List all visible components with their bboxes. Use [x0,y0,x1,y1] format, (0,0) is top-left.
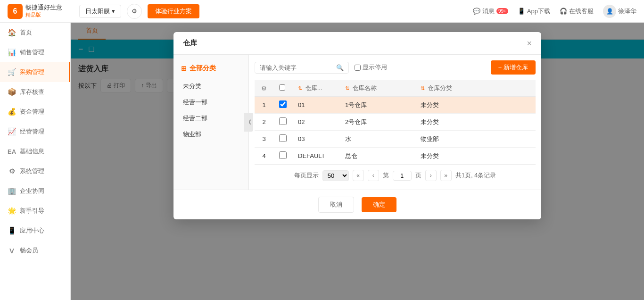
modal-footer: 取消 确定 [173,190,541,219]
sidebar-item-purchase[interactable]: 🛒 采购管理 [0,62,70,82]
row-code: 02 [292,114,339,131]
warehouse-data-table: ⚙ ⇅ 仓库... [255,80,536,165]
sidebar-item-enterprise[interactable]: 🏢 企业协同 [0,181,70,201]
trending-icon: 📈 [8,127,16,136]
row-category: 未分类 [415,148,536,165]
sidebar-label-home: 首页 [20,28,32,37]
modal-close-button[interactable]: × [527,39,532,48]
app-logo-icon: 6 [8,4,23,19]
search-input[interactable] [260,64,333,71]
sidebar-item-guide[interactable]: 🌟 新手引导 [0,201,70,221]
row-code: 03 [292,131,339,148]
add-warehouse-button[interactable]: + 新增仓库 [491,60,536,75]
row-select-checkbox[interactable] [279,151,287,159]
messages-item[interactable]: 💬 消息 99+ [473,7,508,16]
sidebar-item-finance[interactable]: 💰 资金管理 [0,102,70,122]
sidebar-item-appcenter[interactable]: 📱 应用中心 [0,221,70,241]
store-selector[interactable]: 日太阳膜 ▾ [79,5,121,18]
modal-header: 仓库 × [173,32,541,55]
sidebar-item-vip[interactable]: V 畅会员 [0,241,70,260]
avatar-icon: 👤 [603,5,616,18]
sidebar-item-operations[interactable]: 📈 经营管理 [0,122,70,142]
last-page-button[interactable]: » [440,170,452,181]
row-checkbox-cell[interactable] [273,97,292,114]
prev-page-button[interactable]: ‹ [368,170,379,181]
settings-icon[interactable]: ⚙ [127,4,142,19]
sidebar-item-home[interactable]: 🏠 首页 [0,23,70,42]
sort-icon-name: ⇅ [345,85,349,91]
username-label: 徐泽华 [618,7,636,16]
row-checkbox-cell[interactable] [273,148,292,165]
logo-area: 6 畅捷通好生意 精品版 [8,4,74,19]
show-disabled-label[interactable]: 显示停用 [355,63,387,72]
message-icon: 💬 [473,8,480,15]
clipboard-icon: EA [8,147,16,156]
select-all-checkbox[interactable] [279,84,285,91]
first-page-button[interactable]: « [353,170,364,181]
sidebar-collapse-button[interactable]: 《 [244,113,253,132]
col-category-header[interactable]: ⇅ 仓库分类 [415,80,536,97]
row-category: 未分类 [415,114,536,131]
appcenter-icon: 📱 [8,226,16,235]
sidebar-label-appcenter: 应用中心 [20,226,44,235]
search-box[interactable]: 🔍 [255,62,349,74]
page-unit: 页 [415,171,421,180]
row-select-checkbox[interactable] [279,117,287,125]
sidebar-label-inventory: 库存核查 [20,88,44,96]
warehouse-modal: 仓库 × ⊞ 全部分类 未分类 经营 [173,32,541,219]
row-category: 未分类 [415,97,536,114]
headset-icon: 🎧 [560,8,567,15]
money-icon: 💰 [8,108,16,116]
sidebar-label-operations: 经营管理 [20,127,44,136]
sidebar-item-system[interactable]: ⚙ 系统管理 [0,161,70,181]
table-row: 4 DEFAULT 总仓 未分类 [255,148,536,165]
row-select-checkbox[interactable] [279,100,287,108]
row-code: 01 [292,97,339,114]
row-checkbox-cell[interactable] [273,131,292,148]
col-name-header[interactable]: ⇅ 仓库名称 [339,80,415,97]
table-row: 2 02 2号仓库 未分类 [255,114,536,131]
confirm-button[interactable]: 确定 [362,197,396,212]
row-select-checkbox[interactable] [279,134,287,142]
modal-overlay: 仓库 × ⊞ 全部分类 未分类 经营 [71,23,644,300]
next-page-button[interactable]: › [425,170,437,181]
table-row: 1 01 1号仓库 未分类 [255,97,536,114]
search-icon: 🔍 [336,64,344,71]
page-number-input[interactable] [393,171,412,181]
col-code-header[interactable]: ⇅ 仓库... [292,80,339,97]
sidebar-label-sales: 销售管理 [20,48,44,57]
enterprise-icon: 🏢 [8,187,16,195]
show-disabled-checkbox[interactable] [355,65,361,71]
header-right: 💬 消息 99+ 📱 App下载 🎧 在线客服 👤 徐泽华 [473,5,636,18]
online-service-item[interactable]: 🎧 在线客服 [560,7,594,16]
guide-icon: 🌟 [8,207,16,215]
sidebar-item-inventory[interactable]: 📦 库存核查 [0,82,70,102]
modal-sidebar-dept1[interactable]: 经营一部 [173,94,248,110]
modal-title: 仓库 [183,39,197,48]
sidebar-label-finance: 资金管理 [20,108,44,116]
trial-button[interactable]: 体验行业方案 [148,4,199,18]
cancel-button[interactable]: 取消 [318,197,354,213]
online-service-label: 在线客服 [569,7,594,16]
total-info: 共1页, 4条记录 [455,171,496,180]
row-seq: 2 [255,114,273,131]
col-gear: ⚙ [255,80,273,97]
cart-icon: 🛒 [8,68,16,76]
sidebar-item-basic[interactable]: EA 基础信息 [0,142,70,161]
modal-sidebar-all[interactable]: ⊞ 全部分类 [173,60,248,78]
modal-toolbar: 🔍 显示停用 + 新增仓库 [255,60,536,75]
row-code: DEFAULT [292,148,339,165]
sidebar-label-purchase: 采购管理 [20,68,44,76]
vip-icon: V [8,246,16,255]
page-size-select[interactable]: 50 10 20 100 [322,170,349,181]
row-name: 1号仓库 [339,97,415,114]
modal-sidebar-dept2[interactable]: 经营二部 [173,110,248,126]
row-checkbox-cell[interactable] [273,114,292,131]
sidebar-item-sales[interactable]: 📊 销售管理 [0,42,70,62]
modal-sidebar-uncategorized[interactable]: 未分类 [173,78,248,94]
user-profile[interactable]: 👤 徐泽华 [603,5,636,18]
modal-sidebar-property[interactable]: 物业部 [173,126,248,142]
app-name: 畅捷通好生意 [25,4,62,12]
app-download-item[interactable]: 📱 App下载 [518,7,550,16]
main-layout: 🏠 首页 📊 销售管理 🛒 采购管理 📦 库存核查 💰 资金管理 📈 经营管理 … [0,23,644,300]
